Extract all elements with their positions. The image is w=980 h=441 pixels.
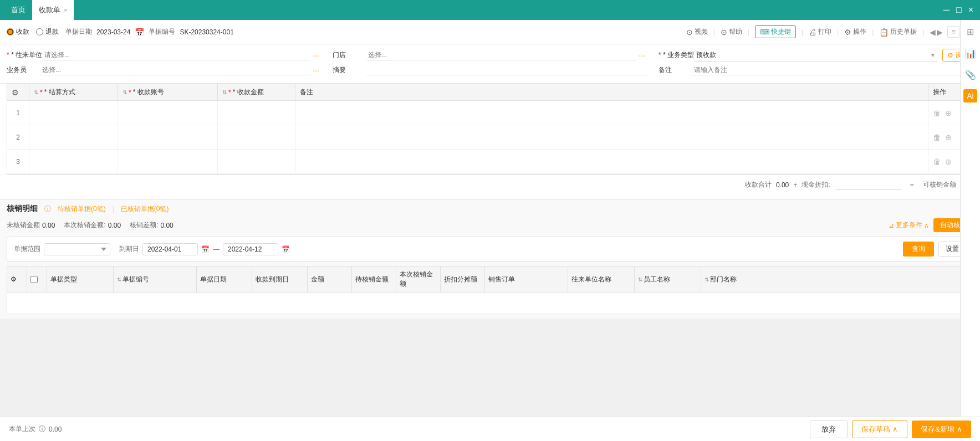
range-filter-select[interactable] bbox=[44, 243, 110, 255]
summary-label: 摘要 bbox=[333, 65, 366, 75]
window-controls: ─ □ × bbox=[941, 4, 976, 16]
row1-account[interactable] bbox=[118, 101, 218, 125]
calendar-from-icon[interactable]: 📅 bbox=[201, 245, 210, 253]
filter-actions: 查询 设置 bbox=[903, 242, 966, 257]
row1-amount[interactable] bbox=[218, 101, 295, 125]
save-draft-chevron: ∧ bbox=[892, 425, 898, 433]
receipt-table: ⚙ ⇅ * * 结算方式 ⇅ * * 收款账号 ⇅ * * 收款金额 bbox=[7, 84, 973, 175]
save-new-btn[interactable]: 保存&新增 ∧ bbox=[912, 421, 971, 438]
sidebar-table-icon[interactable]: ⊞ bbox=[964, 24, 976, 39]
table-gear-icon[interactable]: ⚙ bbox=[12, 88, 19, 97]
store-input[interactable] bbox=[366, 50, 636, 60]
th-payment-method: ⇅ * * 结算方式 bbox=[29, 84, 118, 100]
calendar-to-icon[interactable]: 📅 bbox=[282, 245, 290, 253]
due-date-label: 到期日 bbox=[119, 244, 139, 254]
sub-th-gear[interactable]: ⚙ bbox=[7, 266, 27, 292]
uncleared-stat: 未核销金额 0.00 bbox=[7, 221, 55, 230]
row2-amount[interactable] bbox=[218, 125, 295, 149]
hexiao-info-icon[interactable]: ⓘ bbox=[44, 204, 51, 214]
video-btn[interactable]: ⊙ 视频 bbox=[686, 27, 708, 37]
select-all-checkbox[interactable] bbox=[30, 276, 38, 283]
row3-payment[interactable] bbox=[29, 150, 118, 173]
next-arrow[interactable]: ▶ bbox=[937, 28, 943, 37]
print-btn[interactable]: 🖨 打印 bbox=[809, 27, 831, 37]
window-close-icon[interactable]: × bbox=[966, 4, 976, 16]
row3-copy-btn[interactable]: ⊕ bbox=[945, 157, 952, 166]
row2-notes[interactable] bbox=[295, 125, 928, 149]
staff-field: 业务员 ··· bbox=[7, 65, 321, 75]
doc-info: 单据日期 2023-03-24 📅 单据编号 SK-20230324-001 bbox=[65, 27, 234, 37]
prev-arrow[interactable]: ◀ bbox=[930, 28, 936, 37]
done-tab[interactable]: 已核销单据(0笔) bbox=[121, 204, 169, 214]
refund-radio[interactable]: 退款 bbox=[36, 27, 59, 37]
receipt-tab[interactable]: 收款单 × bbox=[32, 0, 74, 20]
save-draft-btn[interactable]: 保存草稿 ∧ bbox=[852, 421, 907, 438]
operate-btn[interactable]: ⚙ 操作 bbox=[844, 27, 866, 37]
close-tab-icon[interactable]: × bbox=[64, 7, 67, 13]
due-date-filter-field: 到期日 📅 — 📅 bbox=[119, 243, 290, 255]
biz-type-chevron: ▼ bbox=[930, 52, 936, 58]
row1-payment[interactable] bbox=[29, 101, 118, 125]
window-max-icon[interactable]: □ bbox=[954, 4, 964, 16]
row2-payment[interactable] bbox=[29, 125, 118, 149]
bottom-prev-info: 本单上次 ⓘ 0.00 bbox=[9, 424, 62, 434]
summary-input[interactable] bbox=[366, 65, 647, 75]
more-conditions-btn[interactable]: ⊿ 更多条件 ∧ bbox=[889, 221, 929, 230]
home-tab[interactable]: 首页 bbox=[4, 0, 32, 20]
receipt-radio[interactable]: 收款 bbox=[7, 27, 29, 37]
abandon-btn[interactable]: 放弃 bbox=[810, 421, 848, 438]
sub-th-current-amount: 本次核销金额 bbox=[396, 266, 441, 292]
sub-table-body bbox=[7, 292, 973, 314]
row3-account[interactable] bbox=[118, 150, 218, 173]
notes-field: 备注 bbox=[659, 65, 973, 75]
store-more-btn[interactable]: ··· bbox=[636, 51, 647, 60]
staff-more-btn[interactable]: ··· bbox=[310, 66, 321, 75]
help-btn[interactable]: ⊙ 帮助 bbox=[721, 27, 742, 37]
sidebar-chart-icon[interactable]: 📊 bbox=[963, 46, 978, 61]
right-sidebar: ⊞ 📊 📎 Ai bbox=[960, 20, 980, 417]
row2-copy-btn[interactable]: ⊕ bbox=[945, 133, 952, 142]
sidebar-paperclip-icon[interactable]: 📎 bbox=[963, 68, 978, 83]
sub-th-discount: 折扣分摊额 bbox=[441, 266, 485, 292]
row1-copy-btn[interactable]: ⊕ bbox=[945, 109, 952, 117]
row3-delete-btn[interactable]: 🗑 bbox=[933, 157, 941, 166]
pending-tab[interactable]: 待核销单据(0笔) bbox=[58, 204, 106, 214]
staff-input[interactable] bbox=[40, 65, 310, 75]
row3-amount[interactable] bbox=[218, 150, 295, 173]
date-to-input[interactable] bbox=[223, 243, 278, 255]
operate-label: 操作 bbox=[853, 27, 866, 37]
sub-table-gear-icon[interactable]: ⚙ bbox=[11, 275, 17, 283]
shortcut-btn[interactable]: ⌨ 快捷键 bbox=[755, 25, 796, 38]
list-view-btn[interactable]: ≡ bbox=[947, 26, 959, 38]
window-min-icon[interactable]: ─ bbox=[941, 4, 952, 16]
cash-discount-input[interactable] bbox=[835, 180, 901, 190]
calendar-icon[interactable]: 📅 bbox=[135, 28, 144, 37]
sub-sort-2: ⇅ bbox=[638, 276, 642, 283]
biz-type-select[interactable]: 预收款 ▼ bbox=[694, 49, 938, 61]
row1-delete-btn[interactable]: 🗑 bbox=[933, 109, 941, 117]
filter-row: 单据范围 到期日 📅 — 📅 查询 设置 bbox=[7, 237, 973, 261]
history-btn[interactable]: 📋 历史单据 bbox=[879, 27, 917, 37]
hexiao-title: 核销明细 bbox=[7, 204, 38, 214]
date-from-input[interactable] bbox=[142, 243, 198, 255]
sub-th-doc-date: 单据日期 bbox=[197, 266, 252, 292]
counterparty-more-btn[interactable]: ··· bbox=[310, 51, 321, 60]
notes-input[interactable] bbox=[692, 65, 973, 75]
counterparty-input[interactable] bbox=[42, 50, 310, 60]
sidebar-ai-icon[interactable]: Ai bbox=[963, 89, 977, 102]
prev-label: 本单上次 bbox=[9, 424, 35, 434]
current-val: 0.00 bbox=[108, 222, 121, 229]
divider4: | bbox=[837, 28, 839, 36]
row2-account[interactable] bbox=[118, 125, 218, 149]
query-btn[interactable]: 查询 bbox=[903, 242, 934, 257]
sub-th-doc-num: ⇅ 单据编号 bbox=[114, 266, 197, 292]
sort-icon-3: ⇅ bbox=[222, 89, 227, 95]
th-settings[interactable]: ⚙ bbox=[7, 84, 29, 100]
refund-radio-label: 退款 bbox=[45, 27, 59, 37]
row1-notes[interactable] bbox=[295, 101, 928, 125]
row2-delete-btn[interactable]: 🗑 bbox=[933, 133, 941, 142]
row3-notes[interactable] bbox=[295, 150, 928, 173]
more-conditions-label: 更多条件 bbox=[896, 221, 922, 230]
th-amount: ⇅ * * 收款金额 bbox=[218, 84, 295, 100]
doc-num-label: 单据编号 bbox=[149, 27, 175, 37]
